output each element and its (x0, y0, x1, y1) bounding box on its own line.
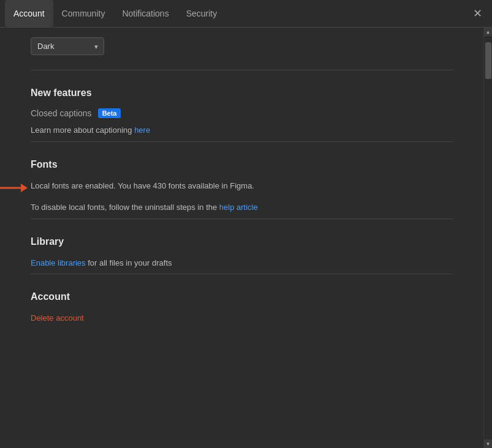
library-description: Enable libraries for all files in your d… (31, 257, 453, 269)
tab-security[interactable]: Security (178, 0, 226, 27)
account-body: Delete account (0, 312, 483, 323)
divider-4 (31, 274, 453, 274)
red-arrow-icon (0, 182, 28, 194)
closed-captions-label: Closed captions (31, 108, 92, 118)
delete-account-link[interactable]: Delete account (31, 313, 84, 323)
captions-label-row: Closed captions Beta (31, 108, 453, 118)
tab-community-label: Community (62, 9, 105, 18)
beta-badge: Beta (98, 108, 121, 118)
svg-marker-1 (21, 184, 28, 192)
scroll-thumb[interactable] (485, 42, 491, 79)
scroll-track (484, 36, 493, 439)
new-features-heading: New features (0, 75, 483, 99)
divider-1 (31, 70, 453, 70)
enable-libraries-link[interactable]: Enable libraries (31, 258, 86, 267)
close-icon: ✕ (473, 7, 482, 20)
divider-3 (31, 218, 453, 219)
content-scroll[interactable]: Dark Light System ▼ New features Closed … (0, 28, 483, 448)
fonts-heading: Fonts (0, 147, 483, 170)
help-article-link[interactable]: help article (219, 203, 258, 212)
tab-community[interactable]: Community (53, 0, 114, 27)
divider-2 (31, 141, 453, 142)
tab-account[interactable]: Account (5, 0, 53, 27)
fonts-text-row: Local fonts are enabled. You have 430 fo… (31, 180, 453, 197)
scrollbar: ▲ ▼ (483, 28, 492, 448)
tab-notifications[interactable]: Notifications (113, 0, 177, 27)
scroll-up-arrow[interactable]: ▲ (484, 28, 493, 36)
settings-window: Account Community Notifications Security… (0, 0, 492, 448)
fonts-disable-text: To disable local fonts, follow the unins… (31, 201, 453, 214)
scroll-down-arrow[interactable]: ▼ (484, 439, 493, 448)
tab-security-label: Security (186, 9, 218, 18)
caption-description: Learn more about captioning here (31, 124, 453, 136)
content-area: Dark Light System ▼ New features Closed … (0, 28, 492, 448)
library-heading: Library (0, 224, 483, 247)
theme-dropdown-row: Dark Light System ▼ (0, 28, 483, 65)
fonts-body: Local fonts are enabled. You have 430 fo… (0, 180, 483, 214)
account-heading: Account (0, 279, 483, 302)
fonts-enabled-text: Local fonts are enabled. You have 430 fo… (31, 180, 254, 192)
new-features-body: Closed captions Beta Learn more about ca… (0, 108, 483, 136)
tab-account-label: Account (13, 9, 45, 18)
tab-notifications-label: Notifications (122, 9, 168, 18)
theme-dropdown-wrapper: Dark Light System ▼ (31, 37, 104, 55)
theme-dropdown[interactable]: Dark Light System (31, 37, 104, 55)
tab-bar: Account Community Notifications Security… (0, 0, 492, 28)
here-link[interactable]: here (134, 125, 150, 135)
library-body: Enable libraries for all files in your d… (0, 257, 483, 269)
close-button[interactable]: ✕ (470, 6, 485, 21)
